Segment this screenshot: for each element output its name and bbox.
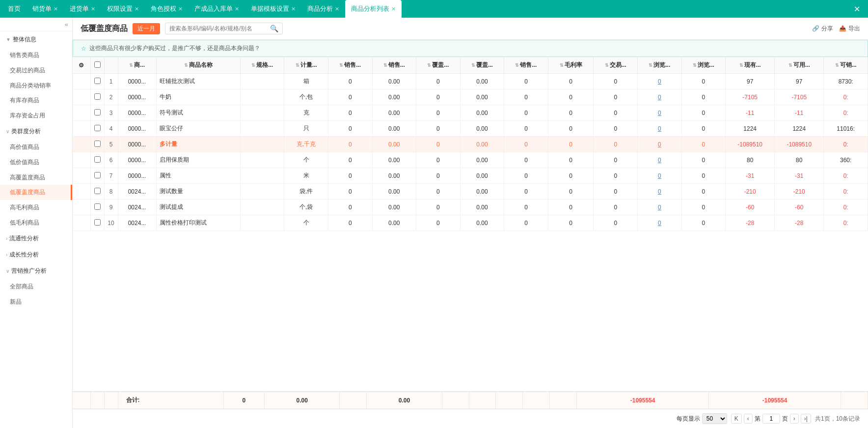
tab-sales[interactable]: 销货单 ✕ <box>27 0 64 18</box>
sidebar-item-high-value[interactable]: 高价值商品 <box>0 140 72 155</box>
tab-home[interactable]: 首页 <box>2 0 27 18</box>
tab-purchase[interactable]: 进货单 ✕ <box>64 0 101 18</box>
col-name[interactable]: ⇅ 商品名称 <box>156 57 240 74</box>
col-sales1[interactable]: ⇅ 销售... <box>328 57 372 74</box>
search-icon[interactable]: 🔍 <box>270 25 278 32</box>
row-checkbox-cell[interactable] <box>90 121 104 137</box>
tab-goods-analysis-close[interactable]: ✕ <box>335 0 339 18</box>
tab-role-close[interactable]: ✕ <box>178 0 183 18</box>
row-checkbox-cell[interactable] <box>90 168 104 184</box>
col-trans[interactable]: ⇅ 交易... <box>594 57 638 74</box>
sidebar-item-all-goods[interactable]: 全部商品 <box>0 279 72 294</box>
row-checkbox-cell[interactable] <box>90 74 104 89</box>
row-checkbox-cell[interactable] <box>90 89 104 105</box>
row-browse1[interactable]: 0 <box>638 152 682 168</box>
search-input[interactable] <box>169 25 268 32</box>
first-page-button[interactable]: K <box>731 414 742 424</box>
col-cover1[interactable]: ⇅ 覆盖... <box>416 57 461 74</box>
row-checkbox-cell[interactable] <box>90 152 104 168</box>
sidebar-group-circulation[interactable]: › 流通性分析 <box>0 230 72 247</box>
col-browse1[interactable]: ⇅ 浏览... <box>638 57 682 74</box>
row-checkbox[interactable] <box>94 78 101 84</box>
tab-product-inbound-close[interactable]: ✕ <box>235 0 239 18</box>
tab-sales-close[interactable]: ✕ <box>54 0 58 18</box>
next-page-button[interactable]: › <box>790 414 799 424</box>
row-cover2: 0.00 <box>460 74 504 89</box>
row-checkbox[interactable] <box>94 219 101 226</box>
col-avail[interactable]: ⇅ 可用... <box>775 57 824 74</box>
tab-permission-close[interactable]: ✕ <box>135 0 139 18</box>
share-button[interactable]: 🔗 分享 <box>812 25 833 33</box>
row-browse1[interactable]: 0 <box>638 74 682 89</box>
export-button[interactable]: 📤 导出 <box>839 25 860 33</box>
row-checkbox-cell[interactable] <box>90 184 104 200</box>
window-close-button[interactable]: ✕ <box>848 4 866 14</box>
col-code[interactable]: ⇅ 商... <box>118 57 156 74</box>
col-gross[interactable]: ⇅ 毛利率 <box>548 57 594 74</box>
tab-goods-analysis[interactable]: 商品分析 ✕ <box>301 0 345 18</box>
sidebar-item-sales-goods[interactable]: 销售类商品 <box>0 48 72 63</box>
tab-product-inbound[interactable]: 产成品入库单 ✕ <box>189 0 245 18</box>
row-checkbox[interactable] <box>94 156 101 163</box>
sidebar-item-new-goods[interactable]: 新品 <box>0 294 72 310</box>
row-browse1[interactable]: 0 <box>638 89 682 105</box>
col-settings[interactable]: ⚙ <box>73 57 90 74</box>
row-browse1[interactable]: 0 <box>638 105 682 121</box>
sidebar-item-inventory-capital[interactable]: 库存资金占用 <box>0 108 72 123</box>
col-sale3[interactable]: ⇅ 销售... <box>504 57 548 74</box>
col-cover2[interactable]: ⇅ 覆盖... <box>460 57 504 74</box>
time-filter-button[interactable]: 近一月 <box>133 23 160 34</box>
sidebar-item-low-profit[interactable]: 低毛利商品 <box>0 215 72 230</box>
tab-goods-analysis-list-close[interactable]: ✕ <box>391 0 396 18</box>
row-browse1[interactable]: 0 <box>638 215 682 231</box>
row-checkbox[interactable] <box>94 93 101 100</box>
sidebar-collapse-button[interactable]: « <box>65 21 68 28</box>
sidebar-item-high-coverage[interactable]: 高覆盖度商品 <box>0 170 72 185</box>
row-browse1[interactable]: 0 <box>638 168 682 184</box>
row-checkbox-cell[interactable] <box>90 137 104 152</box>
tab-template-settings-close[interactable]: ✕ <box>291 0 296 18</box>
row-checkbox[interactable] <box>94 109 101 115</box>
row-browse1[interactable]: 0 <box>638 200 682 215</box>
col-sales2[interactable]: ⇅ 销售... <box>372 57 416 74</box>
sort-icon: ⇅ <box>835 63 839 68</box>
page-number-input[interactable] <box>762 414 780 424</box>
sidebar-group-growth[interactable]: › 成长性分析 <box>0 247 72 263</box>
col-spec[interactable]: ⇅ 规格... <box>240 57 284 74</box>
row-browse1[interactable]: 0 <box>638 184 682 200</box>
sidebar-group-overall[interactable]: ▼ 整体信息 <box>0 31 72 48</box>
col-browse2[interactable]: ⇅ 浏览... <box>681 57 726 74</box>
col-checkbox[interactable] <box>90 57 104 74</box>
table-container[interactable]: ⚙ ⇅ 商... <box>73 57 868 391</box>
tab-template-settings[interactable]: 单据模板设置 ✕ <box>245 0 301 18</box>
sidebar-item-category-rate[interactable]: 商品分类动销率 <box>0 78 72 93</box>
sidebar-item-low-value[interactable]: 低价值商品 <box>0 155 72 170</box>
sidebar-group-cluster[interactable]: ∨ 类群度分析 <box>0 123 72 140</box>
select-all-checkbox[interactable] <box>94 61 101 68</box>
sidebar-item-low-coverage[interactable]: 低覆盖度商品 <box>0 185 72 200</box>
row-browse1[interactable]: 0 <box>638 137 682 152</box>
tab-role[interactable]: 角色授权 ✕ <box>145 0 189 18</box>
tab-goods-analysis-list[interactable]: 商品分析列表 ✕ <box>345 0 402 18</box>
row-checkbox-cell[interactable] <box>90 105 104 121</box>
row-checkbox-cell[interactable] <box>90 215 104 231</box>
tab-permission[interactable]: 权限设置 ✕ <box>101 0 145 18</box>
sidebar-group-marketing[interactable]: ∨ 营销推广分析 <box>0 263 72 279</box>
last-page-button[interactable]: ›| <box>801 414 811 424</box>
tab-purchase-close[interactable]: ✕ <box>91 0 95 18</box>
row-checkbox[interactable] <box>94 172 101 178</box>
row-browse1[interactable]: 0 <box>638 121 682 137</box>
row-checkbox[interactable] <box>94 125 101 131</box>
row-checkbox[interactable] <box>94 188 101 194</box>
col-unit[interactable]: ⇅ 计量... <box>284 57 328 74</box>
col-current[interactable]: ⇅ 现有... <box>726 57 775 74</box>
per-page-select[interactable]: 50 20 100 <box>702 413 727 424</box>
sidebar-item-traded-goods[interactable]: 交易过的商品 <box>0 63 72 78</box>
sidebar-item-inventory-goods[interactable]: 有库存商品 <box>0 93 72 108</box>
row-checkbox[interactable] <box>94 203 101 210</box>
prev-page-button[interactable]: ‹ <box>744 414 753 424</box>
row-checkbox-cell[interactable] <box>90 200 104 215</box>
sidebar-item-high-profit[interactable]: 高毛利商品 <box>0 200 72 215</box>
row-checkbox[interactable] <box>94 141 101 147</box>
col-sellable[interactable]: ⇅ 可销... <box>824 57 868 74</box>
